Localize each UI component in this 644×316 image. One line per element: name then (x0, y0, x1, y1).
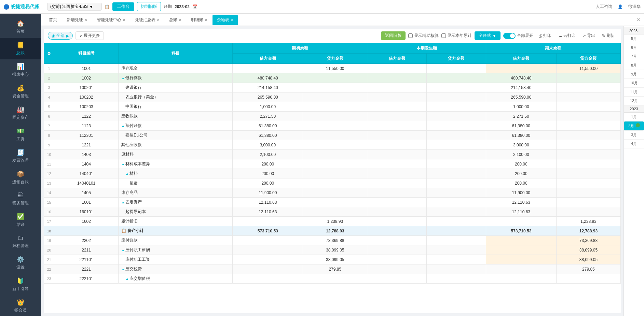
row-name-link[interactable]: 起提累记本 (125, 209, 146, 214)
tab-ledger[interactable]: 总账 ✕ (165, 15, 186, 25)
refresh-button[interactable]: ↻ 刷新 (600, 32, 617, 40)
tab-voucher-summary[interactable]: 凭证汇总表 ✕ (131, 15, 164, 25)
row-name[interactable]: 嘉属EU公司 (119, 131, 233, 140)
workbench-button[interactable]: 工作台 (112, 2, 134, 11)
row-name[interactable]: ▲应交税费 (119, 264, 233, 274)
expand-row-icon[interactable]: ▲ (121, 124, 125, 128)
row-name[interactable]: 📋 资产小计 (119, 226, 233, 236)
row-name[interactable]: 库存商品 (119, 188, 233, 198)
calendar-month-7[interactable]: 7月 (624, 52, 644, 61)
sidebar-item-settings[interactable]: ⚙️ 设置 (0, 252, 41, 274)
expand-row-icon[interactable]: ▲ (125, 172, 129, 175)
sidebar-item-tax[interactable]: 🏛 税务管理 (0, 188, 41, 210)
print-button[interactable]: 🖨 打印 (536, 32, 553, 40)
sidebar-item-invoice[interactable]: 🧾 发票管理 (0, 145, 41, 167)
sidebar-item-reports[interactable]: 📊 报表中心 (0, 59, 41, 81)
row-name-link[interactable]: 资产小计 (127, 228, 144, 233)
show-aux-input[interactable] (408, 33, 413, 38)
toggle-control[interactable] (503, 33, 516, 39)
expand-row-icon[interactable]: ▲ (121, 162, 125, 166)
expand-row-icon[interactable]: ▲ (125, 277, 129, 281)
tab-smart-center[interactable]: 智能凭证中心 ✕ (92, 15, 130, 25)
row-name-link[interactable]: 嘉属EU公司 (125, 133, 148, 138)
row-name[interactable]: 塑蛋 (119, 178, 233, 188)
tab-new-voucher-close[interactable]: ✕ (84, 18, 87, 22)
return-old-version-button[interactable]: 返回旧版 (381, 31, 406, 40)
row-name[interactable]: 建设银行 (119, 83, 233, 92)
calendar-month-10[interactable]: 10月 (624, 79, 644, 88)
row-name-link[interactable]: 库存商品 (121, 190, 138, 195)
col-settings[interactable]: ⚙ (44, 43, 54, 64)
tab-ledger-close[interactable]: ✕ (179, 18, 181, 22)
row-name[interactable]: 中国银行 (119, 102, 233, 112)
consultant-button[interactable]: 人工咨询 (596, 4, 612, 10)
sidebar-item-archive[interactable]: 🗂 归档管理 (0, 231, 41, 252)
calendar-month-4[interactable]: 4月 (624, 140, 644, 148)
sidebar-item-funds[interactable]: 💰 资金管理 (0, 81, 41, 102)
sidebar-item-closing[interactable]: ✅ 结账 (0, 210, 41, 231)
expand-all-toggle[interactable]: 全部展开 (503, 33, 533, 39)
expand-row-icon[interactable]: ▲ (121, 267, 125, 271)
show-ytd-input[interactable] (441, 33, 446, 38)
cloud-print-button[interactable]: ☁ 云打印 (556, 32, 578, 40)
row-name-link[interactable]: 其他应收款 (121, 142, 142, 147)
sidebar-item-guide[interactable]: 🔰 新手引导 (0, 274, 41, 295)
row-name-link[interactable]: 应交增值税 (129, 276, 150, 281)
row-name-link[interactable]: 累计折旧 (121, 219, 138, 224)
row-name[interactable]: 起提累记本 (119, 207, 233, 217)
show-aux-checkbox[interactable]: 显示辅助核算 (408, 33, 439, 39)
calendar-month-11[interactable]: 11月 (624, 88, 644, 97)
tab-balance[interactable]: 余额表 ✕ (213, 15, 238, 25)
row-name-link[interactable]: 农业银行（美金） (125, 95, 158, 99)
sidebar-item-home[interactable]: 🏠 首页 (0, 16, 41, 38)
tab-detail-ledger-close[interactable]: ✕ (205, 18, 207, 22)
row-name-link[interactable]: 固定资产 (125, 200, 142, 204)
row-name[interactable]: 应收账款 (119, 112, 233, 121)
show-ytd-checkbox[interactable]: 显示本年累计 (441, 33, 472, 39)
row-name[interactable]: 原材料 (119, 150, 233, 159)
row-name[interactable]: ▲应付职工薪酬 (119, 245, 233, 255)
tab-home[interactable]: 首页 (44, 15, 61, 25)
row-name-link[interactable]: 塑蛋 (129, 181, 138, 185)
row-name[interactable]: 累计折旧 (119, 217, 233, 226)
sidebar-item-purchase-sales[interactable]: 📦 进销台账 (0, 167, 41, 188)
row-name-link[interactable]: 材料成本差异 (125, 161, 150, 166)
tab-voucher-summary-close[interactable]: ✕ (157, 18, 160, 22)
expand-row-icon[interactable]: ▲ (121, 200, 125, 204)
calendar-month-9[interactable]: 9月 (624, 70, 644, 79)
row-name[interactable]: 应付账款 (119, 236, 233, 245)
sidebar-item-member[interactable]: 👑 畅会员 (0, 295, 41, 316)
row-name[interactable]: 应付职工工资 (119, 255, 233, 264)
close-all-tabs-button[interactable]: ✕ (636, 17, 641, 23)
tab-balance-close[interactable]: ✕ (231, 18, 233, 22)
tab-new-voucher[interactable]: 新增凭证 ✕ (62, 15, 92, 25)
sidebar-item-ledger[interactable]: 📒 总账 (0, 38, 41, 59)
calendar-month-2[interactable]: 2月 (624, 121, 644, 131)
row-name[interactable]: ▲预付账款 (119, 121, 233, 131)
sidebar-item-fixed-assets[interactable]: 🏭 固定资产 (0, 102, 41, 124)
row-name[interactable]: ▲材料 (119, 169, 233, 178)
expand-row-icon[interactable]: ▲ (121, 76, 125, 80)
expand-more-button[interactable]: ∨ 展开更多 (76, 31, 104, 40)
copy-icon[interactable]: 📋 (105, 4, 110, 9)
calendar-month-3[interactable]: 3月 (624, 131, 644, 140)
calendar-month-6[interactable]: 6月 (624, 43, 644, 52)
row-name[interactable]: 其他应收款 (119, 140, 233, 150)
row-name-link[interactable]: 库存现金 (121, 66, 138, 71)
calendar-month-5[interactable]: 5月 (624, 34, 644, 43)
calendar-month-1[interactable]: 1月 (624, 113, 644, 121)
expand-row-icon[interactable]: ▲ (121, 248, 125, 252)
row-name-link[interactable]: 建设银行 (125, 85, 142, 90)
row-name-link[interactable]: 应付账款 (121, 238, 138, 243)
row-name-link[interactable]: 预付账款 (125, 123, 142, 128)
row-name[interactable]: ▲固定资产 (119, 198, 233, 207)
row-name-link[interactable]: 材料 (129, 171, 138, 176)
switch-old-version-button[interactable]: 切到旧版 (137, 2, 161, 11)
calendar-month-12[interactable]: 12月 (624, 97, 644, 105)
row-name-link[interactable]: 原材料 (121, 152, 134, 157)
row-name[interactable]: 库存现金 (119, 64, 233, 73)
row-name-link[interactable]: 应付职工薪酬 (125, 247, 150, 252)
export-button[interactable]: ↗ 导出 (580, 32, 597, 40)
row-name[interactable]: ▲银行存款 (119, 73, 233, 83)
row-name-link[interactable]: 中国银行 (125, 104, 142, 109)
